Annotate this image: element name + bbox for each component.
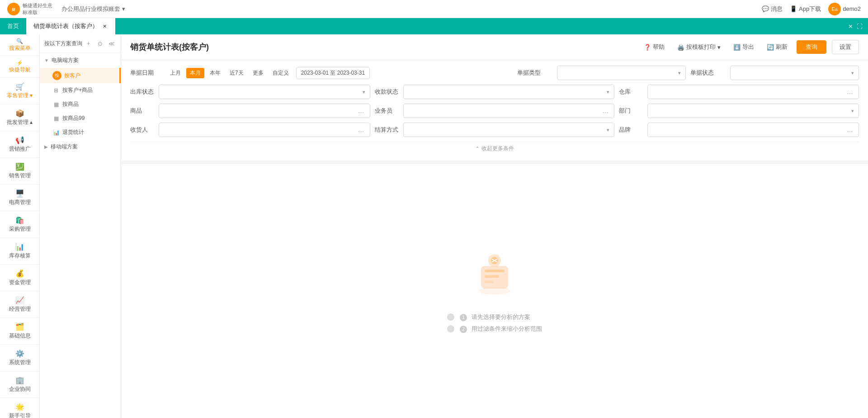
department-input[interactable]: ▾ <box>647 104 859 118</box>
avatar: Ea <box>828 3 841 15</box>
page-header-actions: ❓ 帮助 🖨️ 按模板打印 ▾ ⬇️ 导出 � <box>640 40 859 54</box>
date-tab-thisyear[interactable]: 本年 <box>206 68 224 78</box>
payment-input[interactable]: ▾ <box>403 123 615 137</box>
sidebar-item-inventory[interactable]: 📊 库存核算 <box>0 238 39 265</box>
header-right: 💬 消息 📱 App下载 Ea demo2 <box>762 3 861 15</box>
app-title[interactable]: 办公用品行业模拟账套 ▾ <box>61 5 125 13</box>
app-download-btn[interactable]: 📱 App下载 <box>790 5 821 13</box>
date-range-input[interactable]: 2023-03-01 至 2023-03-31 <box>296 67 370 79</box>
filter-cell-salesperson: 业务员 … <box>375 104 615 118</box>
recipient-label: 收货人 <box>130 126 155 134</box>
sidebar-item-wholesale[interactable]: 📦 批发管理 ▴ <box>0 104 39 131</box>
settings-btn[interactable]: 设置 <box>832 40 859 54</box>
scheme-item-by-customer[interactable]: 按 按客户 <box>40 68 121 83</box>
query-btn[interactable]: 查询 <box>797 40 826 54</box>
scheme-active-dot: 按 <box>52 71 61 80</box>
out-status-arrow: ▾ <box>363 89 365 95</box>
help-btn[interactable]: ❓ 帮助 <box>640 41 668 53</box>
salesperson-input[interactable]: … <box>403 104 615 118</box>
sidebar-quicknav[interactable]: ⚡ 快捷导航 <box>0 56 39 78</box>
filter-row4: 收货人 … 结算方式 ▾ 品牌 <box>130 123 859 137</box>
scheme-settings-btn[interactable]: ⊙ <box>95 39 104 48</box>
collapse-filters-btn[interactable]: ⌃ 收起更多条件 <box>130 142 859 155</box>
logo-text: 畅捷通好生意 标准版 <box>23 2 52 15</box>
scheme-group-mobile-label: 移动端方案 <box>51 143 78 151</box>
brand-dots: … <box>847 126 854 133</box>
export-icon: ⬇️ <box>733 44 741 51</box>
warehouse-input[interactable]: … <box>647 85 859 99</box>
out-status-label: 出库状态 <box>130 88 155 96</box>
scheme-item-refund-stat[interactable]: 📊 退货统计 <box>40 125 121 139</box>
recipient-input[interactable]: … <box>159 123 370 137</box>
goods-input[interactable]: … <box>159 104 370 118</box>
scheme-item-by-goods[interactable]: ▦ 按商品 <box>40 97 121 111</box>
date-tab-more[interactable]: 更多 <box>249 68 267 78</box>
tab-sales-stat[interactable]: 销货单统计表（按客户） ✕ <box>26 18 115 34</box>
svg-rect-5 <box>485 275 499 278</box>
main-content: 销货单统计表(按客户) ❓ 帮助 🖨️ 按模板打印 ▾ ⬇️ <box>121 34 868 418</box>
sidebar-item-finance[interactable]: 💰 资金管理 <box>0 265 39 291</box>
department-arrow: ▾ <box>851 108 854 114</box>
scheme-item-by-customer-goods[interactable]: ⊞ 按客户+商品 <box>40 83 121 97</box>
sidebar-item-system[interactable]: ⚙️ 系统管理 <box>0 345 39 371</box>
print-btn[interactable]: 🖨️ 按模板打印 ▾ <box>674 41 724 53</box>
refresh-btn[interactable]: 🔄 刷新 <box>763 41 791 53</box>
download-icon: 📱 <box>790 5 797 12</box>
tab-home[interactable]: 首页 <box>0 18 26 34</box>
message-icon: 💬 <box>762 5 769 12</box>
scheme-group-mobile-header[interactable]: ▶ 移动端方案 <box>40 139 121 154</box>
filter-cell-brand: 品牌 … <box>619 123 859 137</box>
order-status-input[interactable]: ▾ <box>730 66 859 80</box>
header-left: 财 畅捷通好生意 标准版 办公用品行业模拟账套 ▾ <box>7 2 125 15</box>
sidebar-item-ops[interactable]: 📈 经营管理 <box>0 291 39 318</box>
scheme-collapse-btn[interactable]: ≪ <box>107 39 116 48</box>
tab-close-icon[interactable]: ✕ <box>101 23 108 30</box>
tab-bar: 首页 销货单统计表（按客户） ✕ ✕ ⛶ <box>0 18 868 34</box>
export-btn[interactable]: ⬇️ 导出 <box>730 41 758 53</box>
order-type-arrow: ▾ <box>678 70 681 76</box>
recipient-dots: … <box>358 126 365 133</box>
scheme-item-label: 按客户 <box>64 72 80 80</box>
filter-cell-out-status: 出库状态 ▾ <box>130 85 370 99</box>
brand-input[interactable]: … <box>647 123 859 137</box>
sidebar-item-enterprise[interactable]: 🏢 企业协同 <box>0 371 39 398</box>
sidebar-item-purchase[interactable]: 🛍️ 采购管理 <box>0 211 39 238</box>
scheme-item-label: 按商品 <box>62 100 79 108</box>
scheme-item-by-goods99[interactable]: ▦ 按商品99 <box>40 111 121 125</box>
order-type-input[interactable]: ▾ <box>557 66 686 80</box>
message-btn[interactable]: 💬 消息 <box>762 5 783 13</box>
sidebar-item-newbie[interactable]: 🌟 新手引导 <box>0 398 39 418</box>
filter-cell-warehouse: 仓库 … <box>619 85 859 99</box>
date-tab-lastmonth[interactable]: 上月 <box>166 68 184 78</box>
sidebar-item-retail[interactable]: 🛒 零售管理 ▾ <box>0 78 39 104</box>
out-status-input[interactable]: ▾ <box>159 85 370 99</box>
sidebar-item-basic[interactable]: 🗂️ 基础信息 <box>0 318 39 345</box>
scheme-group-desktop-header[interactable]: ▼ 电脑端方案 <box>40 53 121 68</box>
receipt-status-input[interactable]: ▾ <box>403 85 615 99</box>
date-tab-7days[interactable]: 近7天 <box>226 68 247 78</box>
filter-cell-department: 部门 ▾ <box>619 104 859 118</box>
tab-maximize-area: ✕ ⛶ <box>843 18 868 34</box>
close-window-icon[interactable]: ✕ <box>848 23 853 30</box>
date-tab-custom[interactable]: 自定义 <box>269 68 292 78</box>
sidebar-item-sales[interactable]: 💹 销售管理 <box>0 158 39 185</box>
scheme-header-icons: ＋ ⊙ ≪ <box>84 39 116 48</box>
sidebar-item-ecommerce[interactable]: 🖥️ 电商管理 <box>0 185 39 211</box>
filter-area: 单据日期 上月 本月 本年 近7天 更多 自定义 2023-03-01 至 20… <box>121 60 868 161</box>
section-divider <box>121 161 868 164</box>
maximize-icon[interactable]: ⛶ <box>857 23 863 30</box>
empty-tip1: 1 请先选择要分析的方案 <box>447 311 542 323</box>
sidebar-item-marketing[interactable]: 📢 营销推广 <box>0 131 39 158</box>
date-tab-thismonth[interactable]: 本月 <box>186 68 204 78</box>
date-tabs: 上月 本月 本年 近7天 更多 自定义 <box>166 68 292 78</box>
scheme-add-btn[interactable]: ＋ <box>84 39 93 48</box>
sidebar-search[interactable]: 🔍 搜索菜单 <box>0 34 39 56</box>
department-label: 部门 <box>619 107 644 115</box>
empty-tips: 1 请先选择要分析的方案 2 用过滤条件来缩小分析范围 <box>447 311 542 335</box>
date-filter-label: 单据日期 <box>130 69 166 77</box>
table-icon: ▦ <box>52 101 60 108</box>
user-menu-btn[interactable]: Ea demo2 <box>828 3 861 15</box>
filter-row-date: 单据日期 上月 本月 本年 近7天 更多 自定义 2023-03-01 至 20… <box>130 66 859 80</box>
filter-cell-receipt-status: 收款状态 ▾ <box>375 85 615 99</box>
scheme-item-label: 按客户+商品 <box>62 86 93 94</box>
